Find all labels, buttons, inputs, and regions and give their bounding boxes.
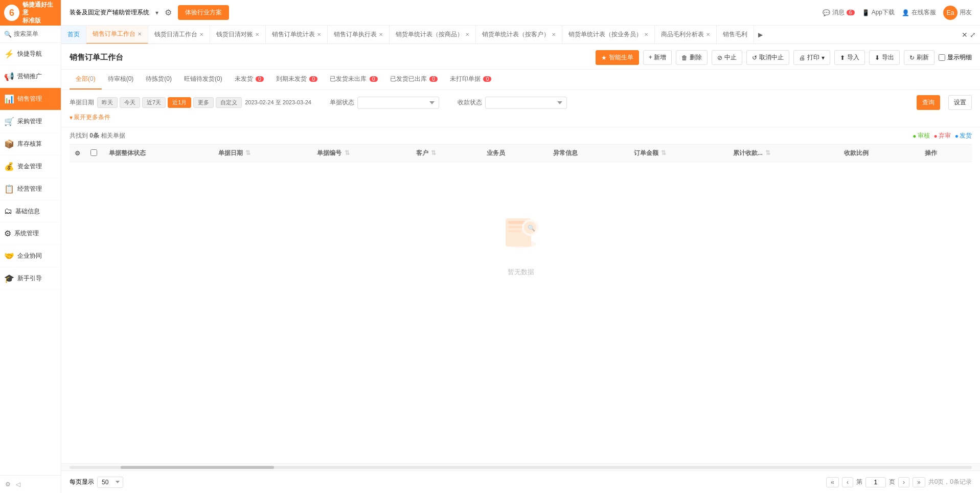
sidebar-item-newbie[interactable]: 🎓 新手引导 [0,267,61,290]
collapse-icon[interactable]: ◁ [16,481,20,488]
sub-tab-shipped-not-out[interactable]: 已发货未出库 0 [324,70,383,89]
tab-daily-clear[interactable]: 钱货日清工作台 ✕ [148,26,210,44]
solution-button[interactable]: 体验行业方案 [178,5,229,20]
refresh-button[interactable]: ↻ 刷新 [904,50,935,65]
page-size-select[interactable]: 50 10 20 100 [97,477,123,488]
sort-customer-icon[interactable]: ⇅ [431,149,436,156]
tab-close-icon[interactable]: ✕ [379,32,383,37]
sidebar-item-inventory[interactable]: 📦 库存核算 [0,133,61,155]
horizontal-scrollbar[interactable] [61,463,980,470]
tab-close-icon[interactable]: ✕ [255,32,259,37]
import-button[interactable]: ⬆ 导入 [834,50,865,65]
tabs-more-button[interactable]: ▶ [754,31,767,38]
tab-sales-margin[interactable]: 销售毛利 [717,26,754,44]
today-btn[interactable]: 今天 [120,97,140,108]
export-button[interactable]: ⬇ 导出 [869,50,900,65]
sidebar-item-quick-nav[interactable]: ⚡ 快捷导航 [0,43,61,65]
sidebar-item-system[interactable]: ⚙ 系统管理 [0,222,61,245]
user-action[interactable]: Ea 用友 [943,6,972,20]
show-detail-checkbox[interactable] [939,54,945,61]
new-button[interactable]: + 新增 [643,50,672,65]
print-button[interactable]: 🖨 打印 ▾ [793,50,830,65]
search-menu-item[interactable]: 🔍 搜索菜单 [0,26,61,43]
sort-no-icon[interactable]: ⇅ [345,149,350,156]
delete-button[interactable]: 🗑 删除 [676,50,708,65]
last-page-button[interactable]: » [913,477,925,487]
sub-tab-shipped-out[interactable]: 已发货已出库 0 [384,70,444,89]
system-dropdown[interactable]: ▾ [155,9,158,16]
audit-quick-btn[interactable]: ● 审核 [913,131,929,140]
sub-tab-not-printed[interactable]: 未打印单据 0 [444,70,497,89]
sidebar-item-collab[interactable]: 🤝 企业协同 [0,245,61,267]
tab-close-icon[interactable]: ✕ [138,31,142,37]
yesterday-btn[interactable]: 昨天 [97,97,118,108]
sidebar-item-operation[interactable]: 📋 经营管理 [0,178,61,200]
stop-button[interactable]: ⊘ 中止 [712,50,742,65]
page-size-area: 每页显示 50 10 20 100 [70,477,123,488]
cancel-audit-quick-btn[interactable]: ● 弃审 [934,131,951,140]
sub-tab-wangpu-ship[interactable]: 旺铺待发货(0) [178,70,229,89]
prev-page-button[interactable]: ‹ [842,477,853,487]
topbar-settings-icon[interactable]: ⚙ [165,8,172,17]
tab-order-exec[interactable]: 销售订单执行表 ✕ [328,26,390,44]
logo-text: 畅捷通好生意 标准版 [22,1,57,25]
app-download-action[interactable]: 📱 App下载 [862,8,895,17]
sidebar-item-basicinfo[interactable]: 🗂 基础信息 [0,200,61,222]
sidebar-item-purchase[interactable]: 🛒 采购管理 [0,110,61,133]
sidebar-footer: ⚙ ◁ [0,475,61,493]
status-select[interactable] [357,97,439,109]
tab-close-all-icon[interactable]: ✕ [962,31,968,39]
th-ratio: 收款比例 [839,145,920,162]
message-action[interactable]: 💬 消息 6 [823,8,855,17]
payment-select[interactable] [485,97,567,109]
expand-conditions-button[interactable]: ▾ 展开更多条件 [70,113,972,122]
page-number-input[interactable] [865,477,886,487]
tab-close-icon[interactable]: ✕ [552,32,556,37]
more-date-btn[interactable]: 更多 [193,97,214,108]
search-button[interactable]: 查询 [917,95,940,110]
smart-create-button[interactable]: ★ 智能生单 [596,50,639,65]
sort-received-icon[interactable]: ⇅ [765,149,770,156]
sub-tab-pending-pick[interactable]: 待拣货(0) [140,70,178,89]
tab-sales-order[interactable]: 销售订单工作台 ✕ [86,26,148,44]
tab-close-icon[interactable]: ✕ [644,32,648,37]
tab-sales-salesman[interactable]: 销货单统计表（按业务员） ✕ [562,26,655,44]
tab-close-icon[interactable]: ✕ [465,32,469,37]
date-label: 单据日期 [70,98,94,107]
show-detail-label[interactable]: 显示明细 [939,53,972,62]
tab-close-icon[interactable]: ✕ [706,32,710,37]
first-page-button[interactable]: « [826,477,839,487]
tab-gross-profit[interactable]: 商品毛利分析表 ✕ [655,26,717,44]
sub-tab-pending-review[interactable]: 待审核(0) [102,70,140,89]
payment-filter: 收款状态 [458,97,567,109]
cancel-stop-button[interactable]: ↺ 取消中止 [746,50,789,65]
sort-date-icon[interactable]: ⇅ [245,149,250,156]
sidebar-item-sales[interactable]: 📊 销售管理 [0,88,61,110]
tab-close-icon[interactable]: ✕ [199,32,203,37]
sidebar-item-promo[interactable]: 📢 营销推广 [0,65,61,88]
select-all-checkbox[interactable] [90,149,97,156]
tab-maximize-icon[interactable]: ⤢ [970,31,976,39]
settings-filter-button[interactable]: 设置 [948,95,972,110]
sort-amount-icon[interactable]: ⇅ [661,149,666,156]
tab-home[interactable]: 首页 [61,26,86,44]
scroll-thumb[interactable] [121,466,274,469]
tab-daily-reconcile[interactable]: 钱货日清对账 ✕ [210,26,266,44]
1month-btn[interactable]: 近1月 [168,97,191,108]
tab-order-stat[interactable]: 销售订单统计表 ✕ [266,26,328,44]
tab-sales-customer[interactable]: 销货单统计表（按客户） ✕ [476,26,562,44]
tab-close-icon[interactable]: ✕ [317,32,321,37]
tab-sales-product[interactable]: 销货单统计表（按商品） ✕ [390,26,476,44]
ship-quick-btn[interactable]: ● 发货 [955,131,972,140]
not-printed-badge: 0 [483,76,491,82]
online-service-action[interactable]: 👤 在线客服 [902,8,936,17]
sidebar-item-finance[interactable]: 💰 资金管理 [0,155,61,178]
sub-tab-overdue-ship[interactable]: 到期未发货 0 [270,70,324,89]
7days-btn[interactable]: 近7天 [142,97,166,108]
custom-date-btn[interactable]: 自定义 [216,97,242,108]
shipped-not-out-badge: 0 [370,76,378,82]
sub-tab-all[interactable]: 全部(0) [70,70,102,89]
sub-tab-not-shipped[interactable]: 未发货 0 [229,70,270,89]
settings-icon[interactable]: ⚙ [5,481,11,488]
next-page-button[interactable]: › [898,477,909,487]
